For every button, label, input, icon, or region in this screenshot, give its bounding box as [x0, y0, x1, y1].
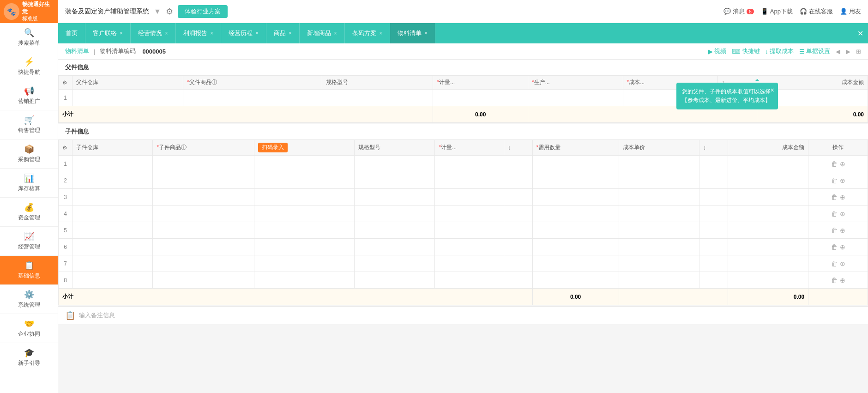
phone-icon: 📱: [761, 8, 768, 15]
shortcut-btn[interactable]: ⌨ 快捷键: [732, 47, 760, 55]
sidebar-item-search[interactable]: 🔍 搜索菜单: [0, 23, 58, 52]
nav-next-icon[interactable]: ▶: [846, 48, 850, 55]
main-content: 装备及固定资产辅助管理系统 ▼ ⚙ 体验行业方案 💬 消息 6 📱 App下载 …: [58, 0, 868, 393]
app-download-btn[interactable]: 📱 App下载: [761, 7, 793, 16]
messages-btn[interactable]: 💬 消息 6: [723, 7, 754, 16]
nav-tabs-end: ✕: [853, 29, 868, 38]
breadcrumb-bom-code: 物料清单编码: [100, 47, 136, 55]
scan-button[interactable]: 扫码录入: [258, 143, 288, 152]
child-col-scan[interactable]: 扫码录入: [254, 140, 354, 156]
tab-profit[interactable]: 利润报告 ×: [176, 23, 221, 43]
sidebar-item-operations[interactable]: 📈 经营管理: [0, 227, 58, 256]
extract-icon: ↓: [766, 48, 769, 55]
quicknav-icon: ⚡: [24, 57, 34, 67]
tab-close-icon[interactable]: ×: [379, 30, 382, 36]
tab-close-icon[interactable]: ×: [120, 30, 123, 36]
parent-cell-unit[interactable]: [433, 90, 528, 106]
online-service-btn[interactable]: 🎧 在线客服: [800, 7, 833, 16]
copy-icon[interactable]: ⊕: [840, 193, 845, 201]
delete-icon[interactable]: 🗑: [831, 277, 838, 284]
tab-barcode[interactable]: 条码方案 ×: [345, 23, 390, 43]
sidebar-item-sysmanage[interactable]: ⚙️ 系统管理: [0, 285, 58, 314]
experience-btn[interactable]: 体验行业方案: [178, 5, 228, 18]
nav-prev-icon[interactable]: ◀: [836, 48, 840, 55]
copy-icon[interactable]: ⊕: [840, 227, 845, 234]
tab-close-icon[interactable]: ×: [210, 30, 213, 36]
user-avatar[interactable]: 👤 用友: [840, 7, 861, 16]
tab-close-icon[interactable]: ×: [424, 30, 428, 36]
child-col-cost-amount: 成本金额: [728, 140, 808, 156]
tab-close-icon[interactable]: ×: [289, 30, 292, 36]
dropdown-arrow-icon[interactable]: ▼: [154, 7, 161, 16]
close-all-tabs-icon[interactable]: ✕: [853, 29, 868, 38]
child-cell-qty-1[interactable]: [532, 156, 619, 172]
sidebar-item-sales[interactable]: 🛒 销售管理: [0, 110, 58, 139]
child-subtotal-qty: 0.00: [532, 289, 619, 305]
keyboard-icon: ⌨: [732, 48, 741, 55]
child-subtotal-label: 小计: [59, 289, 533, 305]
copy-icon[interactable]: ⊕: [840, 243, 845, 251]
copy-icon[interactable]: ⊕: [840, 210, 845, 218]
child-cell-spec-1[interactable]: [354, 156, 434, 172]
child-section: 子件信息 ⚙ 子件仓库 *子件商品ⓘ 扫码录入 规格型号 *计量... ↕ *需…: [58, 124, 868, 305]
child-cell-warehouse-1[interactable]: [72, 156, 153, 172]
single-settings-btn[interactable]: ☰ 单据设置: [799, 47, 830, 55]
sidebar-item-enterprise[interactable]: 🤝 企业协同: [0, 314, 58, 343]
copy-icon[interactable]: ⊕: [840, 260, 845, 267]
parent-cell-product[interactable]: [183, 90, 322, 106]
delete-icon[interactable]: 🗑: [831, 210, 838, 218]
inventory-icon: 📊: [24, 173, 34, 183]
child-cell-unit-1[interactable]: [435, 156, 504, 172]
copy-icon[interactable]: ⊕: [840, 277, 845, 284]
tab-goods[interactable]: 商品 ×: [266, 23, 300, 43]
child-row-7: 7 🗑⊕: [59, 255, 868, 272]
tab-close-icon[interactable]: ×: [165, 30, 168, 36]
sidebar-item-inventory[interactable]: 📊 库存核算: [0, 169, 58, 198]
grid-view-icon[interactable]: ⊞: [856, 48, 861, 55]
parent-cell-produce[interactable]: [528, 90, 623, 106]
top-bar: 装备及固定资产辅助管理系统 ▼ ⚙ 体验行业方案 💬 消息 6 📱 App下载 …: [58, 0, 868, 23]
child-cell-unitcost-1[interactable]: [619, 156, 699, 172]
child-col-settings[interactable]: ⚙: [59, 140, 72, 156]
top-bar-left: 装备及固定资产辅助管理系统 ▼ ⚙ 体验行业方案: [65, 5, 228, 18]
tab-operations[interactable]: 经营情况 ×: [131, 23, 176, 43]
child-cell-product-1[interactable]: [153, 156, 254, 172]
tab-bom[interactable]: 物料清单 ×: [390, 23, 435, 43]
delete-icon[interactable]: 🗑: [831, 177, 838, 184]
delete-icon[interactable]: 🗑: [831, 193, 838, 201]
child-col-spec: 规格型号: [354, 140, 434, 156]
tooltip-close-btn[interactable]: ×: [771, 85, 774, 95]
copy-icon[interactable]: ⊕: [840, 160, 845, 168]
tab-add-goods[interactable]: 新增商品 ×: [300, 23, 345, 43]
sidebar-item-finance[interactable]: 💰 资金管理: [0, 198, 58, 227]
tab-close-icon[interactable]: ×: [334, 30, 337, 36]
sysmanage-icon: ⚙️: [24, 290, 34, 300]
delete-icon[interactable]: 🗑: [831, 160, 838, 168]
sidebar-item-purchase[interactable]: 📦 采购管理: [0, 139, 58, 169]
view-btn[interactable]: ▶ 视频: [708, 47, 726, 55]
copy-icon[interactable]: ⊕: [840, 177, 845, 184]
sidebar-item-guide[interactable]: 🎓 新手引导: [0, 343, 58, 372]
sidebar-item-marketing[interactable]: 📢 营销推广: [0, 81, 58, 110]
sidebar-item-basicinfo[interactable]: 📋 基础信息: [0, 256, 58, 285]
parent-cell-warehouse[interactable]: [72, 90, 183, 106]
parent-cell-spec[interactable]: [322, 90, 433, 106]
tab-home[interactable]: 首页: [58, 23, 85, 43]
tab-history[interactable]: 经营历程 ×: [221, 23, 266, 43]
settings-icon[interactable]: ⚙: [166, 6, 173, 17]
parent-col-settings[interactable]: ⚙: [59, 76, 72, 90]
tab-customer[interactable]: 客户联络 ×: [85, 23, 131, 43]
delete-icon[interactable]: 🗑: [831, 227, 838, 234]
delete-icon[interactable]: 🗑: [831, 260, 838, 267]
notes-placeholder[interactable]: 输入备注信息: [79, 311, 115, 320]
logo-icon: 🐾: [4, 3, 19, 20]
breadcrumb-bom[interactable]: 物料清单: [65, 47, 89, 55]
play-icon: ▶: [708, 48, 713, 55]
extract-cost-btn[interactable]: ↓ 提取成本: [766, 47, 794, 55]
parent-subtotal-label: 小计: [59, 106, 433, 123]
sidebar-item-quicknav[interactable]: ⚡ 快捷导航: [0, 52, 58, 81]
tab-close-icon[interactable]: ×: [255, 30, 259, 36]
parent-col-product: *父件商品ⓘ: [183, 76, 322, 90]
delete-icon[interactable]: 🗑: [831, 243, 838, 251]
sales-icon: 🛒: [24, 115, 34, 125]
